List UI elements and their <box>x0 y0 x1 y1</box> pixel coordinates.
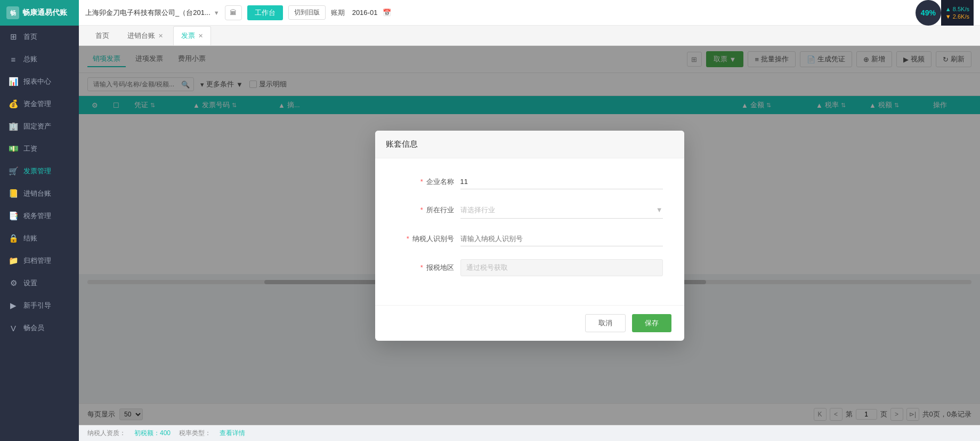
sidebar-item-close[interactable]: 🔒 结账 <box>0 227 79 250</box>
period-label: 账期 <box>331 8 345 18</box>
industry-label: * 所在行业 <box>396 205 460 215</box>
modal-body: * 企业名称 * 所在行业 请选择行业 ▼ <box>375 158 684 305</box>
upload-speed: ▲ 8.5K/s <box>945 6 969 12</box>
sidebar-item-label: 新手引导 <box>23 301 51 310</box>
bottom-link1[interactable]: 初税额：400 <box>134 429 171 438</box>
tab-invoice-close[interactable]: ✕ <box>198 33 203 39</box>
logo-text: 畅康通易代账 <box>22 8 67 18</box>
tab-invoice[interactable]: 发票 ✕ <box>173 26 211 45</box>
calendar-icon[interactable]: 📅 <box>383 9 391 17</box>
up-arrow-icon: ▲ <box>945 6 951 12</box>
sidebar-item-label: 总账 <box>23 54 37 64</box>
sidebar-item-label: 设置 <box>23 278 37 288</box>
sidebar-item-label: 首页 <box>23 32 37 42</box>
company-name-input[interactable] <box>460 174 663 189</box>
finance-icon: 💰 <box>9 99 18 109</box>
tab-home-label: 首页 <box>95 31 109 41</box>
sidebar-item-label: 发票管理 <box>23 166 51 176</box>
tab-purchase-label: 进销台账 <box>127 31 155 41</box>
tab-home[interactable]: 首页 <box>87 26 117 45</box>
settings-icon: ⚙ <box>9 278 18 288</box>
sidebar-item-settings[interactable]: ⚙ 设置 <box>0 272 79 294</box>
sidebar-item-label: 归档管理 <box>23 256 51 266</box>
industry-dropdown-icon: ▼ <box>656 206 663 214</box>
sidebar-item-salary[interactable]: 💵 工资 <box>0 138 79 160</box>
invoice-icon: 🛒 <box>9 166 18 176</box>
sidebar-item-label: 资金管理 <box>23 99 51 109</box>
company-dropdown-arrow: ▼ <box>214 10 220 16</box>
workbench-button[interactable]: 工作台 <box>247 5 283 20</box>
modal-header: 账套信息 <box>375 131 684 158</box>
content-area: 销项发票 进项发票 费用小票 ⊞ 取票 ▼ ≡ 批量操作 📄 生成凭证 ⊕ <box>79 46 980 425</box>
ledger-icon: ≡ <box>9 55 18 64</box>
close-accounts-icon: 🔒 <box>9 234 18 243</box>
modal-title: 账套信息 <box>386 139 418 148</box>
building-icon: 🏛 <box>230 9 237 17</box>
tax-region-row: * 报税地区 通过税号获取 <box>396 259 663 276</box>
sidebar-logo: 畅 畅康通易代账 <box>0 0 79 26</box>
guide-icon: ▶ <box>9 301 18 310</box>
account-info-modal: 账套信息 * 企业名称 * 所在行 <box>375 131 684 341</box>
industry-placeholder: 请选择行业 <box>460 205 656 215</box>
required-mark2: * <box>420 206 423 214</box>
header-right: 49% ▲ 8.5K/s ▼ 2.6K/s <box>916 0 974 26</box>
company-name-label: * 企业名称 <box>396 177 460 187</box>
assets-icon: 🏢 <box>9 122 18 131</box>
sidebar-item-label: 报表中心 <box>23 77 51 86</box>
tax-icon: 📑 <box>9 211 18 221</box>
save-button[interactable]: 保存 <box>632 314 671 332</box>
sidebar-item-finance[interactable]: 💰 资金管理 <box>0 93 79 115</box>
home-icon: ⊞ <box>9 32 18 42</box>
required-mark3: * <box>407 235 409 243</box>
company-selector[interactable]: 上海卯金刀电子科技有限公司_（台201... ▼ <box>85 8 220 18</box>
down-arrow-icon: ▼ <box>945 13 951 20</box>
sidebar-item-report[interactable]: 📊 报表中心 <box>0 70 79 93</box>
tab-purchase-close[interactable]: ✕ <box>158 33 163 39</box>
speed-percent: 49% <box>921 9 936 17</box>
sidebar-item-tax[interactable]: 📑 税务管理 <box>0 205 79 227</box>
sidebar-item-label: 工资 <box>23 144 37 154</box>
tax-id-input[interactable] <box>460 231 663 246</box>
cancel-button[interactable]: 取消 <box>585 314 626 332</box>
tax-id-label: * 纳税人识别号 <box>396 234 460 244</box>
speed-circle: 49% <box>916 0 941 26</box>
sidebar-item-archive[interactable]: 📁 归档管理 <box>0 250 79 272</box>
sidebar: 畅 畅康通易代账 ⊞ 首页 ≡ 总账 📊 报表中心 💰 资金管理 🏢 固定资产 … <box>0 0 79 441</box>
sidebar-item-member[interactable]: V 畅会员 <box>0 317 79 339</box>
modal-overlay: 账套信息 * 企业名称 * 所在行 <box>79 46 980 425</box>
sidebar-item-purchase[interactable]: 📒 进销台账 <box>0 182 79 205</box>
tax-region-label: * 报税地区 <box>396 263 460 272</box>
tax-region-display: 通过税号获取 <box>460 259 663 276</box>
required-mark: * <box>420 178 423 186</box>
salary-icon: 💵 <box>9 144 18 154</box>
tax-id-row: * 纳税人识别号 <box>396 231 663 246</box>
sidebar-item-ledger[interactable]: ≡ 总账 <box>0 48 79 70</box>
sidebar-item-guide[interactable]: ▶ 新手引导 <box>0 294 79 317</box>
purchase-icon: 📒 <box>9 189 18 198</box>
tab-invoice-label: 发票 <box>181 31 195 41</box>
archive-icon: 📁 <box>9 256 18 266</box>
sidebar-item-assets[interactable]: 🏢 固定资产 <box>0 115 79 138</box>
sidebar-item-label: 结账 <box>23 234 37 243</box>
company-name-row: * 企业名称 <box>396 174 663 189</box>
tab-purchase[interactable]: 进销台账 ✕ <box>119 26 171 45</box>
company-icon-button[interactable]: 🏛 <box>225 5 242 20</box>
logo-icon: 畅 <box>6 6 19 19</box>
sidebar-item-home[interactable]: ⊞ 首页 <box>0 26 79 48</box>
sidebar-item-label: 畅会员 <box>23 323 44 333</box>
download-speed: ▼ 2.6K/s <box>945 13 969 20</box>
sidebar-item-label: 固定资产 <box>23 122 51 131</box>
bottom-info-text: 纳税人资质： <box>87 429 126 438</box>
bottom-link2[interactable]: 查看详情 <box>220 429 245 438</box>
speed-detail: ▲ 8.5K/s ▼ 2.6K/s <box>941 0 974 26</box>
company-name: 上海卯金刀电子科技有限公司_（台201... <box>85 8 210 18</box>
bottom-info2: 税率类型： <box>179 429 211 438</box>
industry-select[interactable]: 请选择行业 ▼ <box>460 202 663 219</box>
tabs-bar: 首页 进销台账 ✕ 发票 ✕ <box>79 26 980 46</box>
sidebar-item-label: 税务管理 <box>23 211 51 221</box>
member-icon: V <box>9 324 18 333</box>
sidebar-item-invoice[interactable]: 🛒 发票管理 <box>0 160 79 182</box>
switch-version-button[interactable]: 切到旧版 <box>288 5 326 20</box>
period-value: 2016-01 <box>352 9 378 17</box>
bottom-bar: 纳税人资质： 初税额：400 税率类型： 查看详情 <box>79 425 980 441</box>
